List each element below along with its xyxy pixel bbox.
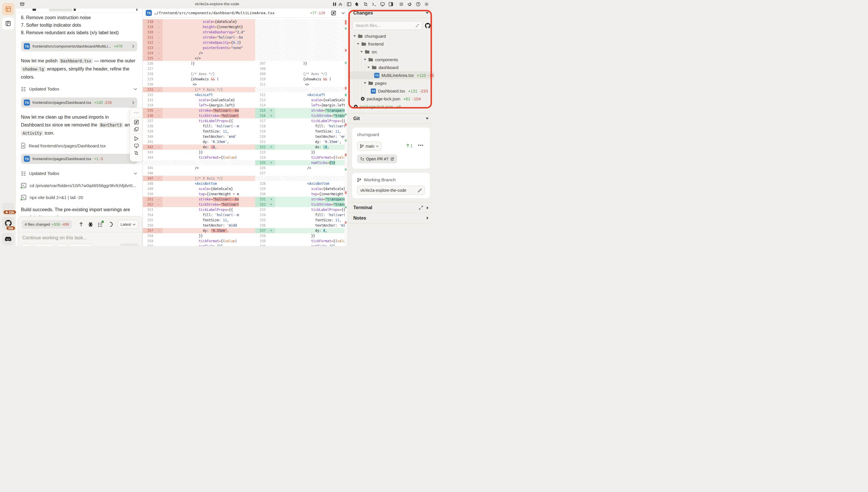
caret-down-icon[interactable] <box>364 58 366 60</box>
triangle-right-icon[interactable] <box>426 206 429 210</box>
todos-status-icon[interactable] <box>97 222 103 227</box>
chevron-down-icon[interactable] <box>134 172 137 175</box>
github-stars-badge: 22k <box>3 210 17 215</box>
tree-row[interactable]: TS MultiLineArea.tsx +110 -162 <box>348 71 434 79</box>
git-section-header[interactable]: Git <box>348 113 434 124</box>
edit-pencil-icon[interactable] <box>418 188 422 193</box>
file-change-chip[interactable]: TS frontend/src/pages/Dashboard.tsx +1 -… <box>21 154 137 164</box>
chevron-down-icon <box>376 145 379 147</box>
terminal-command-row[interactable]: npx vite build 2>&1 | tail -20 <box>21 194 137 201</box>
ruler-mark <box>345 87 347 90</box>
caret-down-icon[interactable] <box>353 35 356 37</box>
panel-right-icon[interactable] <box>389 2 393 7</box>
version-dropdown[interactable]: Latest <box>118 220 139 229</box>
caret-down-icon[interactable] <box>367 67 370 69</box>
top-bar: vk/4e2a-explore-the-code <box>0 0 434 8</box>
tree-row[interactable]: package-lock.json +61 -104 <box>348 95 434 103</box>
mode-dropdown[interactable]: Default <box>69 244 92 246</box>
terminal-section-header[interactable]: Terminal <box>348 202 434 213</box>
updated-todos-row[interactable]: Updated Todos <box>21 85 137 93</box>
diff-marker <box>155 160 163 165</box>
tree-row[interactable]: src <box>348 48 434 56</box>
search-files-input[interactable]: Search files... <box>353 21 422 30</box>
terminal-icon[interactable] <box>372 2 377 7</box>
open-in-app-icon[interactable] <box>134 143 139 149</box>
github-cat-icon[interactable] <box>425 23 430 28</box>
model-dropdown[interactable]: Opus <box>34 244 54 246</box>
branch-dropdown[interactable]: main <box>357 142 381 151</box>
tree-row[interactable]: TS Dashboard.tsx +131 -233 <box>348 87 434 95</box>
caret-down-icon[interactable] <box>364 82 366 84</box>
fast-forward-button[interactable] <box>56 244 67 246</box>
terminal-command-row[interactable]: cd /private/var/folders/10/h7w0q46556ggr… <box>21 181 137 189</box>
updated-todos-row[interactable]: Updated Todos <box>21 170 137 177</box>
run-icon[interactable] <box>134 136 139 141</box>
diff-marker <box>155 71 163 77</box>
attach-icon[interactable] <box>94 245 100 246</box>
left-rail: 22k 346 <box>0 0 16 246</box>
tree-row[interactable]: components <box>348 56 434 64</box>
chat-scroll-area[interactable]: 6. Remove zoom instruction noise7. Softe… <box>16 9 142 221</box>
send-button[interactable]: Send <box>120 243 139 246</box>
pen-icon[interactable] <box>110 245 116 246</box>
tree-row[interactable]: dashboard <box>348 64 434 71</box>
diff-marker <box>155 66 163 71</box>
tree-row[interactable]: churnguard <box>348 32 434 40</box>
line-number: 337 <box>143 118 155 124</box>
open-pr-button[interactable]: Open PR #7 <box>357 154 397 163</box>
chevron-right-icon[interactable] <box>132 101 134 104</box>
file-change-chip[interactable]: TS frontend/src/components/dashboard/Mul… <box>21 41 137 51</box>
spark-icon[interactable] <box>88 222 93 227</box>
kanban-view-button[interactable] <box>2 18 14 30</box>
scroll-to-top-icon[interactable] <box>78 222 84 227</box>
panel-left-icon[interactable] <box>347 2 352 7</box>
changes-section-header[interactable]: Changes <box>348 8 434 18</box>
more-options-icon[interactable]: ••• <box>418 143 424 148</box>
code-line <box>275 35 346 40</box>
code-line <box>275 50 346 56</box>
file-change-chip[interactable]: TS frontend/src/pages/Dashboard.tsx +130… <box>21 97 137 107</box>
git-compare-icon[interactable] <box>134 150 139 156</box>
help-icon[interactable] <box>416 2 421 7</box>
collapse-tree-icon[interactable] <box>416 24 419 28</box>
menu-icon[interactable] <box>399 2 404 7</box>
settings-gear-icon[interactable] <box>424 2 429 7</box>
assistant-icon[interactable] <box>355 2 360 7</box>
composer-settings-button[interactable] <box>21 244 32 246</box>
composer-input[interactable]: Continue working on this task... <box>18 232 142 241</box>
commits-ahead[interactable]: 1 <box>406 143 413 148</box>
triangle-right-icon[interactable] <box>426 216 429 220</box>
diff-overview-ruler[interactable] <box>345 18 347 246</box>
diff-marker <box>267 207 275 212</box>
tree-row[interactable]: package-lock.json +6 <box>348 103 434 110</box>
megaphone-icon[interactable] <box>407 2 412 7</box>
more-options-icon[interactable] <box>134 110 139 116</box>
split-view-icon[interactable] <box>331 10 336 16</box>
tree-row[interactable]: pages <box>348 79 434 87</box>
pause-icon[interactable] <box>332 2 337 7</box>
chevron-down-icon[interactable] <box>342 12 345 14</box>
code-line: left={margin.left} <box>275 103 346 108</box>
collapse-all-icon[interactable] <box>338 2 343 7</box>
cat-agent-icon[interactable] <box>102 245 108 246</box>
tree-row[interactable]: frontend <box>348 40 434 48</box>
chevron-right-icon[interactable] <box>132 44 134 48</box>
diff-disabled-icon[interactable] <box>134 119 139 125</box>
layout-view-button[interactable] <box>2 3 14 15</box>
expand-icon[interactable] <box>419 206 423 210</box>
caret-down-icon[interactable] <box>357 43 359 45</box>
code-line <box>275 24 346 30</box>
copy-icon[interactable] <box>134 126 139 132</box>
external-link-icon <box>391 157 394 161</box>
discord-button[interactable] <box>2 233 14 245</box>
chevron-down-icon[interactable] <box>134 88 137 90</box>
git-compare-icon[interactable] <box>363 2 368 7</box>
caret-down-icon[interactable] <box>360 51 363 53</box>
files-changed-chip[interactable]: 4 files changed +308 -499 <box>22 220 72 228</box>
monitor-icon[interactable] <box>380 2 385 7</box>
read-file-row[interactable]: Read frontend/src/pages/Dashboard.tsx <box>21 142 137 149</box>
line-number: 352 <box>143 202 155 207</box>
working-branch-input[interactable]: vk/4e2a-explore-the-code <box>357 186 425 195</box>
diff-body[interactable]: 318 - scale={dateScale} 319 <box>143 18 348 246</box>
notes-section-header[interactable]: Notes <box>348 213 434 223</box>
